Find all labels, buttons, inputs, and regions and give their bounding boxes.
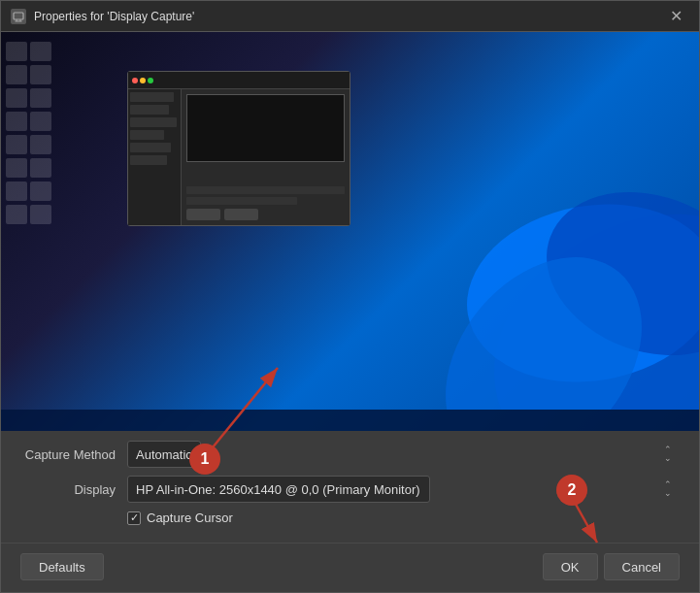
desktop-icons xyxy=(6,42,51,224)
dialog-icon xyxy=(11,9,26,24)
wallpaper-graphic xyxy=(350,148,699,410)
close-button[interactable]: ✕ xyxy=(662,3,689,30)
ok-cancel-group: OK Cancel xyxy=(543,553,680,580)
display-select-wrapper: HP All-in-One: 2560x1440 @ 0,0 (Primary … xyxy=(127,476,680,503)
display-label: Display xyxy=(20,482,127,497)
capture-cursor-checkbox[interactable] xyxy=(127,511,141,525)
capture-cursor-label: Capture Cursor xyxy=(147,511,233,525)
taskbar xyxy=(1,410,699,431)
title-bar: Properties for 'Display Capture' ✕ xyxy=(1,1,699,32)
capture-method-select[interactable]: Automatic xyxy=(127,441,201,468)
desktop-preview xyxy=(1,32,699,431)
capture-cursor-checkbox-label[interactable]: Capture Cursor xyxy=(127,511,233,525)
capture-method-label: Capture Method xyxy=(20,447,127,462)
capture-cursor-row: Capture Cursor xyxy=(127,511,680,525)
controls-area: Capture Method Automatic Display HP All-… xyxy=(1,431,699,543)
dialog-title: Properties for 'Display Capture' xyxy=(34,10,662,23)
cancel-button[interactable]: Cancel xyxy=(604,553,680,580)
capture-method-row: Capture Method Automatic xyxy=(20,441,680,468)
bottom-bar: Defaults OK Cancel xyxy=(1,543,699,592)
obs-window-preview xyxy=(127,71,350,226)
defaults-button[interactable]: Defaults xyxy=(20,553,104,580)
ok-button[interactable]: OK xyxy=(543,553,598,580)
svg-rect-0 xyxy=(14,13,23,19)
display-row: Display HP All-in-One: 2560x1440 @ 0,0 (… xyxy=(20,476,680,503)
dialog-window: Properties for 'Display Capture' ✕ xyxy=(0,0,700,593)
capture-method-select-wrapper: Automatic xyxy=(127,441,680,468)
display-select[interactable]: HP All-in-One: 2560x1440 @ 0,0 (Primary … xyxy=(127,476,430,503)
preview-area xyxy=(1,32,699,431)
